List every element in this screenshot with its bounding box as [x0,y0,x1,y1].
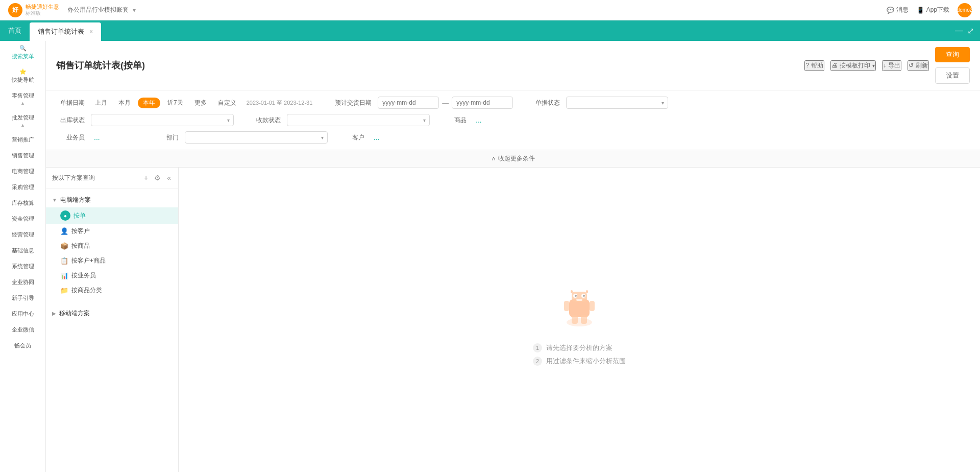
sidebar-item-newbie[interactable]: 新手引导 [0,290,45,306]
last-7-days-btn[interactable]: 近7天 [163,98,187,108]
sidebar-item-quick-nav[interactable]: ⭐ 快捷导航 [0,64,45,88]
sidebar-item-ecommerce[interactable]: 电商管理 [0,163,45,179]
top-bar-right: 💬 消息 📱 App下载 demo2 [887,3,972,17]
message-button[interactable]: 💬 消息 [887,6,909,14]
sidebar: 🔍 搜索菜单 ⭐ 快捷导航 零售管理 ▲ 批发管理 ▲ 营销推广 销售管理 电商… [0,41,46,472]
print-dropdown-icon: ▾ [872,63,875,68]
tab-bar: 首页 销售订单统计表 × — ⤢ [0,20,980,41]
tab-maximize-icon[interactable]: ⤢ [967,26,974,36]
page-header: 销售订单统计表(按单) ? 帮助 🖨 按模板打印 ▾ ↓ 导出 ↺ 刷新 [46,41,980,90]
svg-rect-12 [571,290,573,293]
desktop-schemes-arrow: ▼ [52,197,57,203]
scheme-item-by-customer[interactable]: 👤 按客户 [46,224,178,239]
sidebar-item-marketing[interactable]: 营销推广 [0,132,45,148]
query-button[interactable]: 查询 [935,47,970,62]
add-scheme-button[interactable]: + [143,173,149,183]
empty-illustration [549,274,610,335]
by-goods-category-icon: 📁 [60,287,68,294]
department-label: 部门 [150,133,179,142]
scheme-item-by-goods[interactable]: 📦 按商品 [46,239,178,253]
scheme-item-by-salesperson[interactable]: 📊 按业务员 [46,268,178,283]
svg-rect-13 [586,290,588,293]
sidebar-item-basic[interactable]: 基础信息 [0,243,45,258]
filter-row-1: 单据日期 上月 本月 本年 近7天 更多 自定义 2023-01-01 至 20… [56,97,970,109]
goods-select-btn[interactable]: ... [473,115,485,125]
collapse-bar[interactable]: ∧ 收起更多条件 [46,150,980,168]
customer-label: 客户 [346,133,364,142]
export-button[interactable]: ↓ 导出 [882,60,901,71]
tab-home[interactable]: 首页 [0,20,30,41]
left-panel-header: 按以下方案查询 + ⚙ « [46,168,178,188]
more-btn[interactable]: 更多 [190,98,211,108]
left-panel-title: 按以下方案查询 [52,174,95,182]
desktop-schemes-list: ● 按单 👤 按客户 📦 按商品 [46,207,178,298]
tab-minimize-icon[interactable]: — [955,26,963,35]
scheme-item-by-customer-goods[interactable]: 📋 按客户+商品 [46,253,178,268]
right-action-btns: 查询 设置 [935,47,970,84]
empty-tip-1: 1 请先选择要分析的方案 [533,343,626,352]
salesperson-label: 业务员 [56,133,85,142]
date-start-input[interactable] [378,97,439,109]
sidebar-item-retail[interactable]: 零售管理 ▲ [0,88,45,110]
svg-rect-11 [581,315,587,324]
print-icon: 🖨 [831,62,838,69]
left-panel: 按以下方案查询 + ⚙ « ▼ 电脑端方案 [46,168,179,472]
empty-tip-2: 2 用过滤条件来缩小分析范围 [533,357,626,366]
scheme-item-by-goods-category[interactable]: 📁 按商品分类 [46,283,178,298]
this-month-btn[interactable]: 本月 [114,98,135,108]
settings-button[interactable]: 设置 [935,67,970,84]
scheme-item-by-order[interactable]: ● 按单 [46,207,178,224]
last-month-btn[interactable]: 上月 [91,98,111,108]
date-filter: 上月 本月 本年 近7天 更多 自定义 [91,98,240,108]
department-select[interactable] [185,131,328,144]
sidebar-item-enterprise[interactable]: 企业协同 [0,274,45,290]
by-goods-icon: 📦 [60,242,68,250]
by-customer-goods-icon: 📋 [60,257,68,265]
sidebar-item-purchase[interactable]: 采购管理 [0,179,45,195]
logo-area: 好 畅捷通好生意 标准版 [8,3,59,17]
top-bar: 好 畅捷通好生意 标准版 办公用品行业模拟账套 ▾ 💬 消息 📱 App下载 d… [0,0,980,20]
sidebar-item-finance[interactable]: 资金管理 [0,211,45,227]
doc-status-select[interactable] [566,97,668,109]
payment-status-select[interactable] [287,114,430,126]
export-icon: ↓ [883,62,886,69]
sidebar-item-member[interactable]: 畅会员 [0,338,45,353]
search-icon: 🔍 [19,45,27,52]
sidebar-item-system[interactable]: 系统管理 [0,258,45,274]
delivery-status-wrapper [91,114,234,126]
active-scheme-indicator: ● [60,210,70,221]
sidebar-item-inventory[interactable]: 库存核算 [0,195,45,211]
sidebar-item-search[interactable]: 🔍 搜索菜单 [0,41,45,64]
sidebar-item-wholesale[interactable]: 批发管理 ▲ [0,110,45,132]
sidebar-item-wechat[interactable]: 企业微信 [0,322,45,338]
filter-row-3: 业务员 ... 部门 客户 ... [56,131,970,144]
settings-scheme-button[interactable]: ⚙ [153,173,162,183]
breadcrumb-dropdown[interactable]: ▾ [133,7,136,14]
template-print-button[interactable]: 🖨 按模板打印 ▾ [830,60,876,71]
app-download-icon: 📱 [917,7,924,14]
svg-rect-8 [564,301,569,311]
mobile-schemes-header[interactable]: ▶ 移动端方案 [46,306,178,321]
salesperson-select-btn[interactable]: ... [91,132,103,143]
tab-sales-order-stats[interactable]: 销售订单统计表 × [30,22,101,41]
this-year-btn[interactable]: 本年 [138,98,160,108]
delivery-status-label: 出库状态 [56,116,85,125]
date-end-input[interactable] [452,97,513,109]
collapse-panel-button[interactable]: « [166,173,172,183]
page-actions: ? 帮助 🖨 按模板打印 ▾ ↓ 导出 ↺ 刷新 查询 [804,47,970,90]
user-avatar[interactable]: demo2 [958,3,972,17]
tab-close-icon[interactable]: × [89,28,93,35]
custom-btn[interactable]: 自定义 [214,98,240,108]
sidebar-item-operations[interactable]: 经营管理 [0,227,45,243]
refresh-button[interactable]: ↺ 刷新 [908,60,929,71]
sidebar-item-app-center[interactable]: 应用中心 [0,306,45,322]
empty-tips: 1 请先选择要分析的方案 2 用过滤条件来缩小分析范围 [533,343,626,366]
app-download-button[interactable]: 📱 App下载 [917,6,949,14]
desktop-schemes-header[interactable]: ▼ 电脑端方案 [46,193,178,207]
customer-select-btn[interactable]: ... [371,132,383,143]
delivery-status-select[interactable] [91,114,234,126]
top-bar-left: 好 畅捷通好生意 标准版 办公用品行业模拟账套 ▾ [8,3,136,17]
by-customer-icon: 👤 [60,227,68,235]
help-button[interactable]: ? 帮助 [804,60,824,71]
sidebar-item-sales[interactable]: 销售管理 [0,148,45,163]
